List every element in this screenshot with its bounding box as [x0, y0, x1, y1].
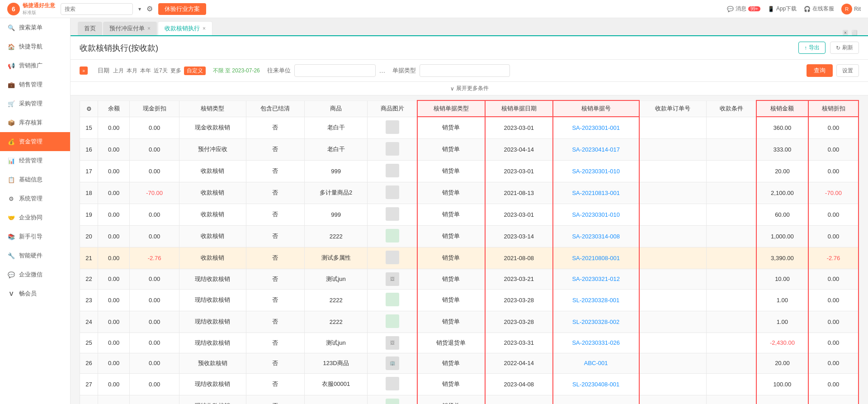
table-row: 15 0.00 0.00 现金收款核销 否 老白干 销货单 2023-03-01…	[80, 117, 859, 138]
cell-bill-date: 2023-03-28	[485, 289, 553, 311]
cell-bill-no[interactable]: SL-20230408-001	[553, 373, 639, 395]
cell-bill-type: 销货单	[417, 247, 485, 269]
sidebar-item-collab[interactable]: 🤝 企业协同	[0, 208, 70, 227]
date-opt-more[interactable]: 更多	[170, 67, 181, 75]
bill-no-link[interactable]: SA-20230301-001	[572, 124, 620, 131]
cell-verify-amount: 10.00	[756, 269, 808, 289]
cell-cash-discount: 0.00	[130, 289, 179, 311]
cell-bill-no[interactable]: SL-20230328-002	[553, 311, 639, 333]
sidebar-item-sales[interactable]: 💼 销售管理	[0, 75, 70, 94]
search-btn[interactable]: 查询	[807, 64, 833, 77]
bill-no-link[interactable]: SA-20230414-017	[572, 146, 620, 153]
date-opt-this-year[interactable]: 本年	[140, 67, 151, 75]
message-item[interactable]: 💬 消息 99+	[727, 5, 760, 13]
cell-id: 19	[80, 204, 98, 225]
bill-no-link[interactable]: SA-20230321-012	[572, 276, 620, 282]
sidebar-item-inventory[interactable]: 📦 库存核算	[0, 113, 70, 132]
cell-bill-no[interactable]: SL-20230418-001	[553, 395, 639, 404]
gear-btn[interactable]: ⚙	[146, 5, 153, 13]
top-dropdown-btn[interactable]: ▾	[138, 6, 141, 12]
sidebar-item-operation[interactable]: 📊 经营管理	[0, 151, 70, 170]
cell-bill-no[interactable]: SL-20230328-001	[553, 289, 639, 311]
tab-prepay-close[interactable]: ×	[147, 25, 151, 32]
sidebar-item-quicknav[interactable]: 🏠 快捷导航	[0, 37, 70, 56]
cell-verify-type: 现结收款核销	[179, 289, 246, 311]
filter-dots[interactable]: ...	[379, 67, 385, 75]
bill-no-link[interactable]: ABC-001	[584, 360, 608, 366]
sidebar-item-member[interactable]: V 畅会员	[0, 284, 70, 303]
toggle-arrow[interactable]: »	[80, 67, 88, 75]
date-opt-last-month[interactable]: 上月	[113, 67, 124, 75]
cell-bill-no[interactable]: SA-20230321-012	[553, 269, 639, 289]
cell-bill-date: 2023-03-31	[485, 333, 553, 353]
sidebar-item-wechat[interactable]: 💬 企业微信	[0, 265, 70, 284]
tab-receipt-label: 收款核销执行	[165, 24, 200, 33]
bill-no-link[interactable]: SA-20230314-008	[572, 233, 620, 240]
bill-no-link[interactable]: SL-20230418-001	[572, 403, 619, 404]
sidebar-item-system[interactable]: ⚙ 系统管理	[0, 189, 70, 208]
export-btn[interactable]: ↑ 导出	[798, 42, 826, 54]
bill-no-link[interactable]: SL-20230328-002	[572, 318, 619, 325]
cell-cash-discount: -70.00	[130, 182, 179, 204]
service-item[interactable]: 🎧 在线客服	[804, 5, 834, 13]
cell-bill-date: 2023-03-01	[485, 204, 553, 225]
maximize-window-btn[interactable]: ⬜	[852, 30, 857, 35]
cell-bill-no[interactable]: SA-20230301-001	[553, 117, 639, 138]
tab-receipt[interactable]: 收款核销执行 ×	[158, 21, 212, 35]
th-settings[interactable]: ⚙	[80, 100, 98, 117]
cell-verify-discount: 0.00	[808, 353, 859, 373]
bill-no-link[interactable]: SA-20230301-010	[572, 211, 620, 218]
wechat-icon: 💬	[7, 271, 15, 279]
cell-product: 2222	[304, 289, 368, 311]
bill-no-link[interactable]: SA-20210813-001	[572, 190, 620, 196]
cell-balance: 0.00	[98, 138, 130, 160]
refresh-btn[interactable]: ↻ 刷新	[830, 42, 859, 54]
top-search-input[interactable]	[61, 3, 133, 15]
tab-prepay[interactable]: 预付冲应付单 ×	[103, 22, 157, 35]
cell-bill-no[interactable]: SA-20210808-001	[553, 247, 639, 269]
source-unit-input[interactable]	[294, 64, 376, 77]
table-container[interactable]: ⚙ 余额 现金折扣 核销类型 包含已结清 商品 商品图片 核销单据类型 核销单据…	[71, 95, 868, 404]
service-label: 在线客服	[812, 5, 834, 13]
cell-bill-no[interactable]: SA-20230301-010	[553, 204, 639, 225]
user-item[interactable]: R Rit	[841, 4, 861, 14]
filter-row: » 日期 上月 本月 本年 近7天 更多 自定义 不限 至 202	[80, 64, 859, 77]
date-opt-7days[interactable]: 近7天	[154, 67, 168, 75]
sidebar-item-finance[interactable]: 💰 资金管理	[0, 132, 70, 151]
bill-no-link[interactable]: SA-20230331-026	[572, 339, 620, 346]
set-btn[interactable]: 设置	[836, 64, 859, 77]
cell-bill-date: 2023-04-08	[485, 373, 553, 395]
sidebar-item-basic[interactable]: 📋 基础信息	[0, 170, 70, 189]
cell-receipt-condition	[707, 204, 756, 225]
sidebar-item-guide[interactable]: 📚 新手引导	[0, 227, 70, 246]
date-opt-custom[interactable]: 自定义	[184, 67, 206, 75]
bill-no-link[interactable]: SA-20210808-001	[572, 255, 620, 261]
sidebar-item-purchase[interactable]: 🛒 采购管理	[0, 94, 70, 113]
tab-home[interactable]: 首页	[78, 22, 102, 35]
cell-bill-no[interactable]: SA-20230314-008	[553, 225, 639, 247]
cell-verify-amount: 333.00	[756, 138, 808, 160]
expand-more-btn[interactable]: ∨ 展开更多条件	[450, 85, 489, 92]
cell-bill-no[interactable]: SA-20230301-010	[553, 160, 639, 182]
member-icon: V	[7, 290, 15, 298]
cell-receipt-order-no	[639, 160, 707, 182]
sidebar-item-marketing[interactable]: 📢 营销推广	[0, 56, 70, 75]
sidebar-item-search[interactable]: 🔍 搜索菜单	[0, 18, 70, 37]
app-download-item[interactable]: 📱 App下载	[768, 5, 797, 13]
bill-no-link[interactable]: SL-20230408-001	[572, 381, 619, 388]
cell-bill-date: 2023-03-14	[485, 225, 553, 247]
cell-receipt-condition	[707, 395, 756, 404]
bill-no-link[interactable]: SA-20230301-010	[572, 168, 620, 175]
cell-bill-no[interactable]: SA-20210813-001	[553, 182, 639, 204]
date-opt-this-month[interactable]: 本月	[127, 67, 137, 75]
sidebar-item-hardware[interactable]: 🔧 智能硬件	[0, 246, 70, 265]
top-bar-right: 💬 消息 99+ 📱 App下载 🎧 在线客服 R Rit	[727, 4, 861, 14]
cell-bill-no[interactable]: SA-20230414-017	[553, 138, 639, 160]
tab-receipt-close[interactable]: ×	[203, 25, 206, 32]
cell-bill-no[interactable]: SA-20230331-026	[553, 333, 639, 353]
solution-btn[interactable]: 休验行业方案	[158, 3, 206, 15]
bill-no-link[interactable]: SL-20230328-001	[572, 297, 619, 304]
cell-bill-no[interactable]: ABC-001	[553, 353, 639, 373]
bill-type-select[interactable]	[420, 64, 510, 77]
close-window-btn[interactable]: ×	[843, 30, 848, 35]
